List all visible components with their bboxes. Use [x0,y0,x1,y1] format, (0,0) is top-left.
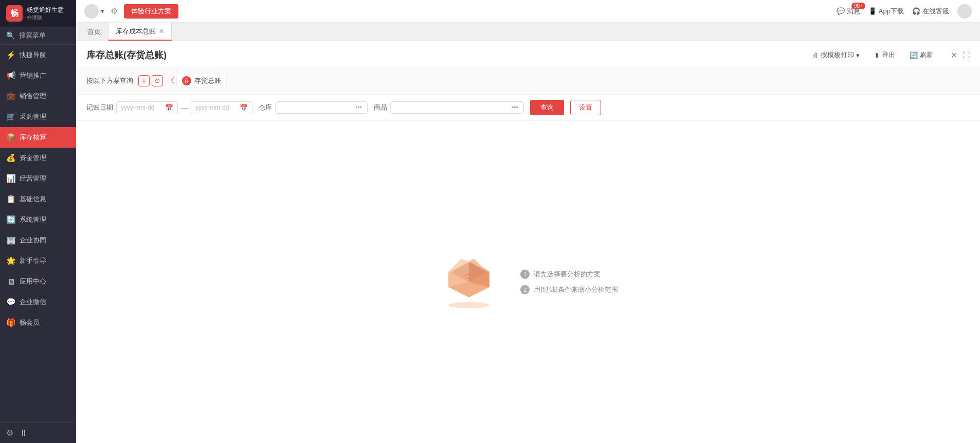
sidebar-item-member[interactable]: 🎁畅会员 [0,312,76,333]
nav-icon-inventory: 📦 [6,133,15,142]
nav-icon-quick-nav: ⚡ [6,50,15,60]
message-item[interactable]: 💬 消息 99+ [837,7,860,16]
nav-label-app-center: 应用中心 [20,277,46,286]
topbar-settings-icon[interactable]: ⚙ [108,4,120,18]
print-icon: 🖨 [812,51,819,59]
refresh-button[interactable]: 🔄 刷新 [905,48,937,62]
panel-resize-button[interactable]: ⛶ [963,51,970,59]
topbar-user-avatar[interactable] [957,4,972,19]
print-label: 按模板打印 [821,50,854,60]
app-download-icon: 📱 [868,7,877,15]
refresh-icon: 🔄 [910,51,918,59]
warehouse-label: 仓库 [259,103,272,112]
sidebar-item-quick-nav[interactable]: ⚡快捷导航 [0,45,76,65]
query-button[interactable]: 查询 [530,100,564,115]
sidebar-item-guide[interactable]: 🌟新手引导 [0,251,76,271]
sidebar-item-sales[interactable]: 💼销售管理 [0,86,76,107]
online-service-item[interactable]: 🎧 在线客服 [912,7,949,16]
print-template-button[interactable]: 🖨 按模板打印 ▾ [808,48,864,62]
nav-icon-sales: 💼 [6,92,15,101]
schema-item-label: 存货总账 [194,76,221,85]
settings-button[interactable]: 设置 [570,100,601,115]
tab-home[interactable]: 首页 [80,23,108,41]
filter-collapse-button[interactable]: 《 [165,75,176,86]
topbar: ▾ ⚙ 体验行业方案 💬 消息 99+ 📱 App下载 🎧 在线客服 [76,0,980,23]
nav-icon-system: 🔄 [6,215,15,224]
warehouse-input[interactable]: ••• [275,101,368,114]
nav-icon-guide: 🌟 [6,256,15,265]
warehouse-more-icon[interactable]: ••• [355,104,362,111]
topbar-right: 💬 消息 99+ 📱 App下载 🎧 在线客服 [837,4,972,19]
tip-num-1: 1 [520,270,530,279]
goods-input[interactable]: ••• [390,101,524,114]
audio-icon[interactable]: ⏸ [20,429,28,438]
nav-icon-finance: 💰 [6,153,15,163]
sidebar-item-enterprise-wechat[interactable]: 💬企业微信 [0,292,76,312]
online-service-label: 在线客服 [922,7,949,16]
sidebar-item-basic-info[interactable]: 📋基础信息 [0,189,76,209]
user-avatar-area[interactable]: ▾ [84,4,104,19]
date-start-input[interactable]: yyyy-mm-dd 📅 [116,101,178,114]
svg-point-0 [448,302,489,308]
schema-item[interactable]: 存 存货总账 [176,74,227,88]
tip-item-1: 1 请先选择要分析的方案 [520,270,618,279]
date-filter-group: 记账日期 yyyy-mm-dd 📅 — yyyy-mm-dd 📅 [86,101,252,114]
tab-close-inventory-ledger[interactable]: ✕ [159,28,164,35]
export-label: 导出 [882,50,895,60]
filter-area: 按以下方案查询 + ⊙ 《 存 存货总账 [76,67,980,95]
user-avatar-placeholder [84,4,99,19]
app-download-item[interactable]: 📱 App下载 [868,7,904,16]
nav-label-basic-info: 基础信息 [20,194,46,204]
warehouse-filter-group: 仓库 ••• [259,101,368,114]
sidebar-nav: ⚡快捷导航📢营销推广💼销售管理🛒采购管理📦库存核算💰资金管理📊经营管理📋基础信息… [0,45,76,422]
sidebar-item-inventory[interactable]: 📦库存核算 [0,127,76,148]
sidebar-search-label: 搜索菜单 [19,31,46,40]
logo-title: 畅捷通好生意 [27,6,64,14]
sidebar-item-enterprise[interactable]: 🏢企业协同 [0,230,76,251]
schema-item-icon: 存 [182,76,191,85]
settings-bottom-icon[interactable]: ⚙ [6,428,13,438]
nav-label-system: 系统管理 [20,215,46,224]
goods-filter-group: 商品 ••• [374,101,524,114]
nav-label-enterprise: 企业协同 [20,236,46,245]
search-icon: 🔍 [6,31,15,40]
print-arrow: ▾ [856,51,860,59]
filter-row: 记账日期 yyyy-mm-dd 📅 — yyyy-mm-dd 📅 仓库 ••• [76,95,980,121]
nav-label-purchase: 采购管理 [20,112,46,121]
tab-inventory-ledger[interactable]: 库存成本总账✕ [108,23,172,41]
date-end-input[interactable]: yyyy-mm-dd 📅 [191,101,252,114]
svg-text:?: ? [465,272,470,283]
sidebar-item-operation[interactable]: 📊经营管理 [0,168,76,189]
industry-solution-button[interactable]: 体验行业方案 [124,4,178,19]
calendar-end-icon[interactable]: 📅 [240,104,248,112]
sidebar-item-system[interactable]: 🔄系统管理 [0,209,76,230]
filter-add-button[interactable]: + [138,75,150,86]
message-icon: 💬 [837,7,845,15]
sidebar-item-marketing[interactable]: 📢营销推广 [0,65,76,86]
nav-label-operation: 经营管理 [20,174,46,183]
sidebar-item-finance[interactable]: 💰资金管理 [0,148,76,168]
dropdown-arrow[interactable]: ▾ [101,7,104,15]
tabs-bar: 首页库存成本总账✕ [76,23,980,41]
nav-label-finance: 资金管理 [20,153,46,163]
panel-close-button[interactable]: ✕ [948,49,960,61]
logo-sub: 标准版 [27,14,64,21]
sidebar-item-app-center[interactable]: 🖥应用中心 [0,271,76,292]
goods-label: 商品 [374,103,387,112]
logo-text-block: 畅捷通好生意 标准版 [27,6,64,21]
nav-label-guide: 新手引导 [20,256,46,265]
export-button[interactable]: ⬆ 导出 [870,48,899,62]
nav-label-member: 畅会员 [20,318,40,327]
date-separator: — [181,104,188,112]
nav-icon-basic-info: 📋 [6,194,15,204]
calendar-start-icon[interactable]: 📅 [165,104,173,112]
tip-text-1: 请先选择要分析的方案 [534,270,601,279]
sidebar-logo: 畅 畅捷通好生意 标准版 [0,0,76,27]
logo-icon: 畅 [6,5,23,22]
sidebar-search[interactable]: 🔍 搜索菜单 [0,27,76,45]
empty-state: ? 1 请先选择要分析的方案 2 用[过滤]条件来缩小分析范围 [76,121,980,443]
goods-more-icon[interactable]: ••• [512,104,518,111]
filter-schema-button[interactable]: ⊙ [152,75,163,86]
sidebar-item-purchase[interactable]: 🛒采购管理 [0,107,76,127]
sidebar: 畅 畅捷通好生意 标准版 🔍 搜索菜单 ⚡快捷导航📢营销推广💼销售管理🛒采购管理… [0,0,76,443]
